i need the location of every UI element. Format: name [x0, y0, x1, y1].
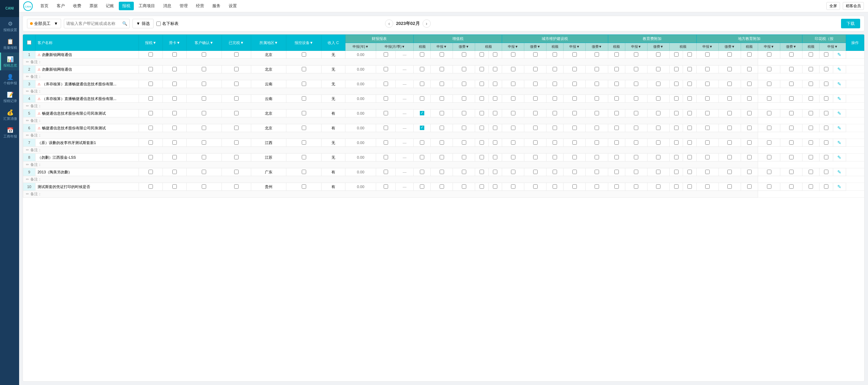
tax-checkbox-21[interactable] — [824, 52, 828, 57]
tax-checkbox-0[interactable] — [420, 184, 424, 189]
tax-col-cell-5[interactable] — [502, 139, 524, 147]
operate-cell[interactable]: ✎ — [833, 110, 846, 117]
swipe-checkbox[interactable] — [172, 67, 177, 71]
tax-checkbox-21[interactable] — [824, 67, 828, 71]
tax-checkbox-1[interactable] — [440, 111, 444, 115]
taxdevice-checkbox[interactable] — [302, 52, 306, 57]
tax-col-cell-5[interactable] — [502, 95, 524, 103]
tax-col-cell-7[interactable] — [546, 95, 564, 103]
tax-checkbox-16[interactable] — [727, 184, 732, 189]
tax-checkbox-17[interactable] — [747, 140, 752, 145]
tax-col-cell-12[interactable] — [647, 183, 669, 191]
tax-checkbox-5[interactable] — [511, 67, 515, 71]
declared-cell[interactable] — [222, 110, 251, 117]
sidebar-item-summary[interactable]: 💰 汇算清缴 — [0, 106, 19, 124]
caiwu-year-cell[interactable] — [376, 110, 396, 117]
edit-icon[interactable]: ✎ — [837, 111, 841, 116]
tax-checkbox-10[interactable] — [614, 67, 619, 71]
taxtype-cell[interactable] — [139, 80, 163, 88]
tax-col-cell-7[interactable] — [546, 154, 564, 161]
th-yinshua-apply[interactable]: 申报▼ — [820, 43, 846, 51]
tax-col-cell-12[interactable] — [647, 51, 669, 59]
tax-col-cell-10[interactable] — [608, 183, 625, 191]
topnav-industry[interactable]: 工商项目 — [135, 2, 158, 10]
tax-col-cell-20[interactable] — [802, 110, 820, 117]
tax-col-cell-10[interactable] — [608, 139, 625, 147]
tax-col-cell-14[interactable] — [683, 95, 696, 103]
taxtype-cell[interactable] — [139, 154, 163, 161]
tax-checkbox-7[interactable] — [553, 170, 557, 174]
tax-checkbox-15[interactable] — [705, 67, 710, 71]
tax-checkbox-12[interactable] — [656, 52, 660, 57]
tax-col-cell-17[interactable] — [741, 139, 758, 147]
tax-checkbox-20[interactable] — [809, 67, 813, 71]
filter-button[interactable]: ▼ 筛选 — [132, 19, 154, 28]
tax-checkbox-13[interactable] — [674, 67, 679, 71]
next-month-button[interactable]: › — [423, 19, 431, 28]
tax-checkbox-0[interactable] — [420, 155, 424, 159]
tax-col-cell-4[interactable] — [488, 51, 502, 59]
th-region[interactable]: 所属地区▼ — [251, 35, 286, 51]
swipe-cell[interactable] — [163, 139, 187, 147]
tax-col-cell-7[interactable] — [546, 110, 564, 117]
tax-checkbox-17[interactable] — [747, 170, 752, 174]
taxdevice-cell[interactable] — [286, 95, 322, 103]
tax-col-cell-14[interactable] — [683, 80, 696, 88]
taxtype-cell[interactable] — [139, 66, 163, 73]
tax-col-cell-5[interactable] — [502, 183, 524, 191]
tax-col-cell-10[interactable] — [608, 51, 625, 59]
tax-checkbox-19[interactable] — [789, 155, 794, 159]
tax-col-cell-15[interactable] — [696, 139, 718, 147]
swipe-checkbox[interactable] — [172, 96, 177, 101]
tax-col-cell-11[interactable] — [625, 51, 647, 59]
tax-col-cell-10[interactable] — [608, 124, 625, 132]
tax-checkbox-7[interactable] — [553, 140, 557, 145]
tax-checkbox-12[interactable] — [656, 111, 660, 115]
taxtype-checkbox[interactable] — [148, 67, 153, 71]
taxdevice-cell[interactable] — [286, 124, 322, 132]
pencil-icon[interactable]: ✏ — [26, 133, 29, 137]
tax-checkbox-12[interactable] — [656, 82, 660, 86]
tax-col-cell-21[interactable] — [820, 95, 833, 103]
member-button[interactable]: 稻客会员 — [843, 2, 864, 10]
swipe-checkbox[interactable] — [172, 82, 177, 86]
tax-checkbox-18[interactable] — [767, 67, 771, 71]
tax-checkbox-9[interactable] — [595, 96, 599, 101]
tax-col-cell-18[interactable] — [758, 51, 780, 59]
tax-checkbox-1[interactable] — [440, 126, 444, 130]
tax-col-cell-18[interactable] — [758, 124, 780, 132]
taxdevice-cell[interactable] — [286, 110, 322, 117]
tax-checkbox-17[interactable] — [747, 184, 752, 189]
tax-col-cell-6[interactable] — [524, 124, 546, 132]
tax-checkbox-15[interactable] — [705, 111, 710, 115]
tax-checkbox-0[interactable] — [420, 170, 424, 174]
taxtype-cell[interactable] — [139, 95, 163, 103]
declared-checkbox[interactable] — [234, 52, 239, 57]
tax-checkbox-10[interactable] — [614, 140, 619, 145]
tax-checkbox-21[interactable] — [824, 96, 828, 101]
tax-checkbox-13[interactable] — [674, 96, 679, 101]
tax-checkbox-14[interactable] — [687, 67, 692, 71]
tax-checkbox-18[interactable] — [767, 126, 771, 130]
tax-col-cell-0[interactable] — [414, 110, 431, 117]
tax-checkbox-3[interactable] — [480, 155, 484, 159]
pencil-icon[interactable]: ✏ — [26, 148, 29, 152]
declared-checkbox[interactable] — [234, 82, 239, 86]
tax-checkbox-4[interactable] — [493, 170, 497, 174]
tax-checkbox-16[interactable] — [727, 111, 732, 115]
tax-col-cell-3[interactable] — [475, 168, 488, 176]
tax-checkbox-7[interactable] — [553, 184, 557, 189]
tax-col-cell-18[interactable] — [758, 139, 780, 147]
th-chengshi-apply[interactable]: 申报▼ — [502, 43, 524, 51]
tax-col-cell-3[interactable] — [475, 66, 488, 73]
tax-col-cell-3[interactable] — [475, 51, 488, 59]
tax-checkbox-14[interactable] — [687, 170, 692, 174]
tax-checkbox-21[interactable] — [824, 126, 828, 130]
taxtype-checkbox[interactable] — [148, 155, 153, 159]
tax-col-cell-19[interactable] — [780, 139, 802, 147]
tax-checkbox-18[interactable] — [767, 52, 771, 57]
tax-col-cell-16[interactable] — [718, 154, 741, 161]
tax-col-cell-18[interactable] — [758, 95, 780, 103]
tax-checkbox-7[interactable] — [553, 82, 557, 86]
tax-col-cell-1[interactable] — [431, 139, 453, 147]
